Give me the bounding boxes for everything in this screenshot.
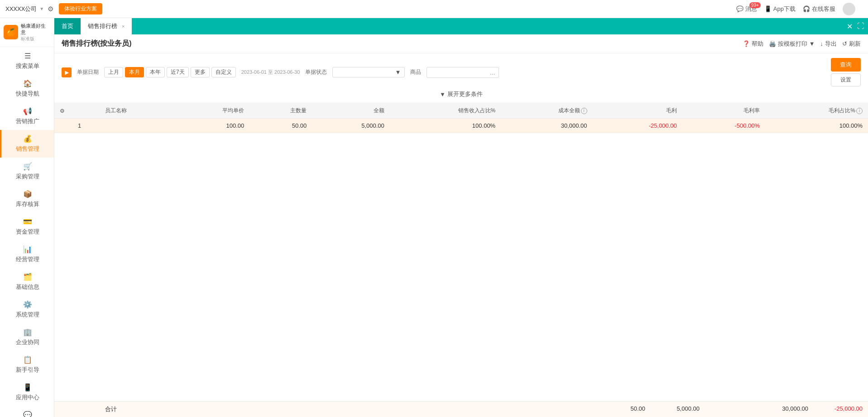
guide-icon: 📋 [23,355,32,364]
message-item[interactable]: 💬 消息 99+ [736,5,757,13]
sidebar-item-purchase[interactable]: 🛒 采购管理 [0,158,54,185]
sidebar-item-guide[interactable]: 📋 新手引导 [0,351,54,379]
sidebar-item-label: 库存核算 [16,200,39,208]
sidebar-item-basics[interactable]: 🗂️ 基础信息 [0,268,54,296]
sidebar-item-marketing[interactable]: 📢 营销推广 [0,102,54,130]
footer-rank-col [78,405,105,413]
sidebar-item-operations[interactable]: 📊 经营管理 [0,240,54,268]
row-amount: 5,000.00 [312,119,390,133]
tab-bar-right: ✕ ⛶ [847,22,868,31]
last7-btn[interactable]: 近7天 [167,67,189,77]
tab-sales-ranking[interactable]: 销售排行榜 × [81,18,132,34]
export-button[interactable]: ↓ 导出 [820,40,837,48]
company-selector[interactable]: XXXXX公司 ▼ [5,5,44,13]
logo-area: 🍊 畅康通好生意 标准版 [0,18,54,47]
sidebar-item-shortcut[interactable]: 🏠 快捷导航 [0,75,54,102]
sidebar-item-label: 销售管理 [16,145,39,153]
expand-row: ▼ 展开更多条件 [62,90,861,98]
sidebar-item-apps[interactable]: 📱 应用中心 [0,379,54,406]
goods-label: 商品 [410,68,421,76]
last-month-btn[interactable]: 上月 [104,67,123,77]
footer-settings-col [60,405,78,413]
date-label: 单据日期 [77,68,99,76]
goods-input[interactable]: ... [427,67,499,78]
cost-info-icon[interactable]: i [581,108,587,114]
company-name: XXXXX公司 [5,5,37,13]
row-cost: 30,000.00 [501,119,592,133]
avatar[interactable] [843,3,855,15]
sidebar-item-label: 应用中心 [16,393,39,402]
message-icon: 💬 [736,5,743,12]
enterprise-icon: 🏢 [23,328,32,336]
page-header: 销售排行榜(按业务员) ❓ 帮助 🖨️ 按模板打印 ▼ ↓ 导出 [54,34,868,53]
settings-button[interactable]: 设置 [831,73,861,86]
page-content: 销售排行榜(按业务员) ❓ 帮助 🖨️ 按模板打印 ▼ ↓ 导出 [54,34,868,417]
footer-sales-pct-col [709,405,754,413]
expand-button[interactable]: ▼ 展开更多条件 [440,90,483,98]
wechat-icon: 💬 [23,411,32,417]
this-year-btn[interactable]: 本年 [146,67,165,77]
chevron-down-icon: ▼ [39,6,44,11]
this-month-btn[interactable]: 本月 [125,67,144,77]
close-icon[interactable]: × [122,24,125,29]
filter-area: ▶ 单据日期 上月 本月 本年 近7天 更多 自定义 2023-06-01 至 … [54,53,868,103]
gross-pct-info-icon[interactable]: i [856,108,863,114]
col-gross-pct: 毛利占比%i [765,103,868,119]
logo-icon: 🍊 [4,25,18,39]
table-row: 1 100.00 50.00 5,000.00 100.00% 30,000.0… [54,119,868,133]
custom-btn[interactable]: 自定义 [211,67,236,77]
footer-amount: 5,000.00 [654,405,700,413]
sidebar-item-label: 快捷导航 [16,90,39,98]
table-header-row: ⚙ 员工名称 平均单价 主数量 全额 销售收入占比% 成本全额i 毛利 毛利率 [54,103,868,119]
sidebar-item-label: 资金管理 [16,228,39,236]
print-label: 按模板打印 [778,40,807,48]
sidebar-item-label: 搜索菜单 [16,62,39,70]
data-table: ⚙ 员工名称 平均单价 主数量 全额 销售收入占比% 成本全额i 毛利 毛利率 [54,103,868,133]
online-service-item[interactable]: 🎧 在线客服 [803,5,835,13]
tab-home-label: 首页 [62,22,73,30]
col-settings[interactable]: ⚙ [54,103,72,119]
goods-more-icon[interactable]: ... [490,69,495,76]
footer-label: 合计 [105,405,159,413]
inventory-icon: 📦 [23,190,32,198]
sidebar-item-sales[interactable]: 💰 销售管理 [0,130,54,158]
sidebar-item-system[interactable]: ⚙️ 系统管理 [0,296,54,323]
more-btn[interactable]: 更多 [191,67,210,77]
footer-qty: 50.00 [609,405,645,413]
tab-active-label: 销售排行榜 [88,22,117,30]
app-download-item[interactable]: 📱 App下载 [764,5,796,13]
row-sales-pct: 100.00% [390,119,501,133]
filter-row-1: ▶ 单据日期 上月 本月 本年 近7天 更多 自定义 2023-06-01 至 … [62,58,861,86]
sidebar-item-inventory[interactable]: 📦 库存核算 [0,185,54,213]
sidebar-item-wechat[interactable]: 💬 企业微信 [0,406,54,417]
trial-button[interactable]: 体验行业方案 [59,3,102,14]
purchase-icon: 🛒 [23,162,32,171]
export-label: 导出 [825,40,837,48]
maximize-icon[interactable]: ⛶ [857,22,864,30]
refresh-button[interactable]: ↺ 刷新 [842,40,861,48]
sidebar-item-search[interactable]: ☰ 搜索菜单 [0,47,54,75]
toggle-filter-button[interactable]: ▶ [62,67,72,77]
print-button[interactable]: 🖨️ 按模板打印 ▼ [769,40,815,48]
table-wrapper: ⚙ 员工名称 平均单价 主数量 全额 销售收入占比% 成本全额i 毛利 毛利率 [54,103,868,401]
query-button[interactable]: 查询 [831,58,861,72]
tab-home[interactable]: 首页 [54,18,81,34]
search-menu-icon: ☰ [24,52,31,60]
settings-icon[interactable]: ⚙ [48,5,53,13]
status-select[interactable]: ▼ [332,67,405,77]
export-icon: ↓ [820,40,824,47]
logo-text: 畅康通好生意 [21,23,50,36]
main-layout: 🍊 畅康通好生意 标准版 ☰ 搜索菜单 🏠 快捷导航 📢 营销推广 💰 销售管理… [0,18,868,417]
status-label: 单据状态 [305,68,327,76]
help-button[interactable]: ❓ 帮助 [743,40,763,48]
sidebar-item-finance[interactable]: 💳 资金管理 [0,213,54,240]
tab-bar: 首页 销售排行榜 × ✕ ⛶ [54,18,868,34]
close-window-icon[interactable]: ✕ [847,22,853,31]
basics-icon: 🗂️ [23,273,32,281]
row-gross-pct: 100.00% [765,119,868,133]
phone-icon: 📱 [764,5,772,12]
content-area: 首页 销售排行榜 × ✕ ⛶ 销售排行榜(按业务员) ❓ 帮助 [54,18,868,417]
col-gross: 毛利 [593,103,682,119]
header-right: 💬 消息 99+ 📱 App下载 🎧 在线客服 [736,3,863,15]
sidebar-item-enterprise[interactable]: 🏢 企业协同 [0,323,54,351]
